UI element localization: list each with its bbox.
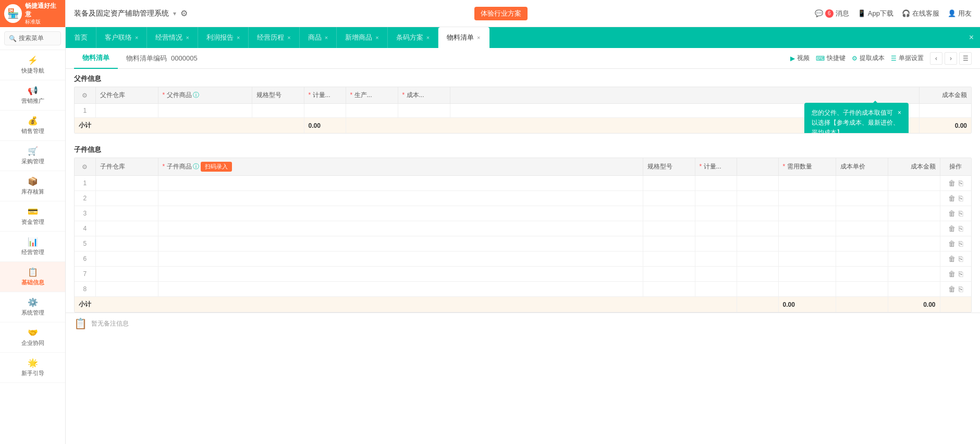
shortcut-button[interactable]: ⌨ 快捷键 [816, 54, 846, 63]
parent-row-production[interactable] [346, 104, 398, 118]
delete-row3-button[interactable]: 🗑 [948, 209, 956, 218]
child-row6-product[interactable] [158, 251, 643, 267]
user-menu[interactable]: 👤 用友 [948, 9, 972, 18]
copy-row8-button[interactable]: ⎘ [959, 285, 963, 293]
settings-icon[interactable]: ⚙ [180, 8, 188, 18]
child-row8-quantity[interactable] [778, 282, 836, 297]
child-row3-product[interactable] [158, 206, 643, 221]
child-row7-quantity[interactable] [778, 267, 836, 282]
child-row4-unit[interactable] [695, 221, 737, 236]
tab-bom[interactable]: 物料清单 × [438, 27, 489, 48]
child-row8-warehouse[interactable] [95, 282, 158, 297]
sidebar-item-guide[interactable]: 🌟 新手引导 [0, 353, 65, 383]
online-service-button[interactable]: 🎧 在线客服 [902, 9, 939, 18]
delete-row7-button[interactable]: 🗑 [948, 270, 956, 278]
delete-row5-button[interactable]: 🗑 [948, 239, 956, 248]
tab-barcode-close[interactable]: × [426, 34, 430, 41]
child-row3-unit[interactable] [695, 206, 737, 221]
next-page-button[interactable]: › [945, 52, 957, 65]
tab-barcode[interactable]: 条码方案 × [388, 27, 438, 48]
delete-row6-button[interactable]: 🗑 [948, 255, 956, 263]
copy-row2-button[interactable]: ⎘ [959, 194, 963, 202]
tab-profit[interactable]: 利润报告 × [198, 27, 249, 48]
tooltip-close-button[interactable]: × [898, 108, 901, 118]
copy-row6-button[interactable]: ⎘ [959, 255, 963, 263]
prev-page-button[interactable]: ‹ [930, 52, 942, 65]
child-row3-warehouse[interactable] [95, 206, 158, 221]
copy-row1-button[interactable]: ⎘ [959, 179, 963, 187]
child-row4-product[interactable] [158, 221, 643, 236]
copy-row3-button[interactable]: ⎘ [959, 209, 963, 218]
sidebar-item-system[interactable]: ⚙️ 系统管理 [0, 292, 65, 322]
tab-products-close[interactable]: × [325, 34, 328, 41]
delete-row4-button[interactable]: 🗑 [948, 224, 956, 233]
copy-row5-button[interactable]: ⎘ [959, 239, 963, 248]
child-row8-unit[interactable] [695, 282, 737, 297]
child-row6-warehouse[interactable] [95, 251, 158, 267]
tab-profit-close[interactable]: × [237, 34, 240, 41]
child-row5-product[interactable] [158, 236, 643, 251]
parent-row-product[interactable] [158, 104, 252, 118]
sidebar-item-inventory[interactable]: 📦 库存核算 [0, 171, 65, 201]
copy-row4-button[interactable]: ⎘ [959, 224, 963, 233]
app-download-button[interactable]: 📱 App下载 [858, 9, 893, 18]
tab-customers-close[interactable]: × [135, 34, 138, 41]
child-row1-warehouse[interactable] [95, 176, 158, 191]
parent-row-cost[interactable] [398, 104, 450, 118]
tab-operations-situation[interactable]: 经营情况 × [147, 27, 198, 48]
delete-row2-button[interactable]: 🗑 [948, 194, 956, 202]
child-row2-product[interactable] [158, 191, 643, 206]
parent-row-warehouse[interactable] [95, 104, 158, 118]
sidebar-item-sales[interactable]: 💰 销售管理 [0, 111, 65, 141]
sidebar-item-finance[interactable]: 💳 资金管理 [0, 201, 65, 232]
tab-history-close[interactable]: × [287, 34, 290, 41]
child-row1-unit[interactable] [695, 176, 737, 191]
child-row1-quantity[interactable] [778, 176, 836, 191]
tab-new-products[interactable]: 新增商品 × [337, 27, 387, 48]
tab-home[interactable]: 首页 [66, 27, 96, 48]
child-row5-unit[interactable] [695, 236, 737, 251]
child-row5-quantity[interactable] [778, 236, 836, 251]
tab-products[interactable]: 商品 × [300, 27, 337, 48]
child-row4-quantity[interactable] [778, 221, 836, 236]
child-row5-warehouse[interactable] [95, 236, 158, 251]
child-row6-unit[interactable] [695, 251, 737, 267]
copy-row7-button[interactable]: ⎘ [959, 270, 963, 278]
single-setting-button[interactable]: ☰ 单据设置 [891, 54, 924, 63]
sidebar-item-purchase[interactable]: 🛒 采购管理 [0, 141, 65, 171]
parent-row-unit[interactable] [304, 104, 346, 118]
tab-bom-close[interactable]: × [477, 34, 480, 41]
sidebar-item-marketing[interactable]: 📢 营销推广 [0, 80, 65, 111]
child-row2-quantity[interactable] [778, 191, 836, 206]
tab-history[interactable]: 经营历程 × [249, 27, 299, 48]
delete-row1-button[interactable]: 🗑 [948, 179, 956, 187]
child-row7-warehouse[interactable] [95, 267, 158, 282]
scan-input-button[interactable]: 扫码录入 [201, 162, 232, 172]
child-row2-unit[interactable] [695, 191, 737, 206]
child-row1-product[interactable] [158, 176, 643, 191]
child-row4-warehouse[interactable] [95, 221, 158, 236]
sidebar-item-enterprise[interactable]: 🤝 企业协同 [0, 322, 65, 353]
nav-close-all[interactable]: × [963, 33, 980, 42]
search-menu-button[interactable]: 🔍 搜索菜单 [4, 31, 61, 45]
sidebar-item-quick-nav[interactable]: ⚡ 快捷导航 [0, 50, 65, 80]
tab-operations-close[interactable]: × [186, 34, 189, 41]
video-button[interactable]: ▶ 视频 [790, 54, 810, 63]
tab-customers[interactable]: 客户联络 × [96, 27, 147, 48]
sidebar-item-operations[interactable]: 📊 经营管理 [0, 232, 65, 262]
child-row3-quantity[interactable] [778, 206, 836, 221]
tab-new-products-close[interactable]: × [375, 34, 378, 41]
sub-tab-bom-code[interactable]: 物料清单编码 0000005 [118, 48, 206, 69]
delete-row8-button[interactable]: 🗑 [948, 285, 956, 293]
message-button[interactable]: 💬 6 消息 [815, 9, 849, 18]
child-row2-warehouse[interactable] [95, 191, 158, 206]
list-view-button[interactable]: ☰ [959, 52, 972, 65]
trial-button[interactable]: 体验行业方案 [474, 7, 528, 20]
child-row6-quantity[interactable] [778, 251, 836, 267]
extract-cost-button[interactable]: ⚙ 提取成本 [852, 54, 885, 63]
child-row7-product[interactable] [158, 267, 643, 282]
sub-tab-bom-list[interactable]: 物料清单 [74, 48, 118, 69]
child-row7-unit[interactable] [695, 267, 737, 282]
sidebar-item-basics[interactable]: 📋 基础信息 [0, 262, 65, 292]
child-row8-product[interactable] [158, 282, 643, 297]
